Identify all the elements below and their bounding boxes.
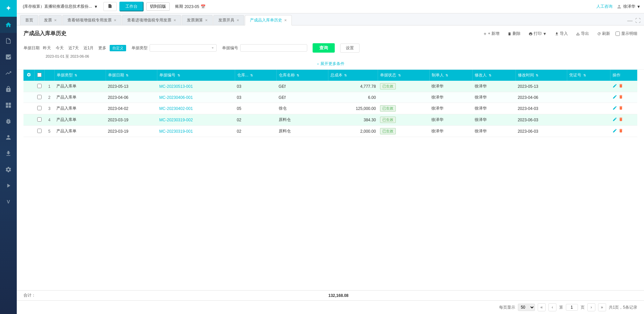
th-total-cost[interactable]: 总成本 ⇅	[328, 70, 378, 81]
tab-purchase-vat[interactable]: 查看进项增值税专用发票 ✕	[122, 15, 181, 25]
row-edit-btn[interactable]	[612, 106, 617, 111]
date-custom[interactable]: 自定义	[110, 45, 126, 51]
th-modifier[interactable]: 修改人 ⇅	[473, 70, 516, 81]
td-checkbox[interactable]	[34, 114, 44, 126]
sidebar-item-lock[interactable]	[0, 81, 17, 97]
row-edit-btn[interactable]	[612, 128, 617, 134]
workspace-btn[interactable]: 工作台	[119, 2, 144, 11]
expand-btn[interactable]: 展开更多条件	[316, 61, 344, 67]
doc-no-link[interactable]: MC-20230319-001	[159, 129, 193, 134]
th-doc-date[interactable]: 单据日期 ⇅	[106, 70, 157, 81]
row-delete-btn[interactable]	[619, 83, 623, 89]
import-btn[interactable]: 导入	[552, 29, 571, 38]
sidebar-item-warehouse[interactable]	[0, 113, 17, 129]
tab-invoice[interactable]: 发票 ✕	[39, 15, 62, 25]
tab-issue-close[interactable]: ✕	[236, 18, 239, 22]
th-modify-time[interactable]: 修改时间 ⇅	[516, 70, 567, 81]
date-more[interactable]: 更多	[97, 45, 108, 52]
td-checkbox[interactable]	[34, 103, 44, 114]
tab-purchase-vat-close[interactable]: ✕	[173, 18, 176, 22]
th-creator[interactable]: 制单人 ⇅	[429, 70, 473, 81]
tab-issue[interactable]: 发票开具 ✕	[213, 15, 244, 25]
date-1month[interactable]: 近1月	[82, 45, 95, 52]
th-voucher-no[interactable]: 凭证号 ⇅	[567, 70, 610, 81]
date-yesterday[interactable]: 昨天	[42, 45, 52, 52]
td-doc-type: 产品入库单	[54, 114, 106, 126]
th-checkbox[interactable]	[34, 70, 44, 81]
page-first-btn[interactable]: «	[538, 303, 546, 311]
td-doc-no[interactable]: MC-20230402-001	[157, 103, 235, 114]
tab-maximize-btn[interactable]: ⛶	[635, 18, 641, 24]
td-checkbox[interactable]	[34, 92, 44, 103]
tab-history[interactable]: 产成品入库单历史 ✕	[245, 15, 292, 25]
tab-history-close[interactable]: ✕	[284, 18, 287, 22]
sidebar-item-chart[interactable]	[0, 49, 17, 65]
docno-input[interactable]	[240, 44, 307, 52]
sidebar-item-analysis[interactable]	[0, 65, 17, 81]
doc-icon-btn[interactable]	[103, 2, 117, 11]
sidebar-item-person[interactable]	[0, 129, 17, 145]
sidebar-item-v[interactable]: V	[0, 194, 17, 210]
th-doc-no[interactable]: 单据编号 ⇅	[157, 70, 235, 81]
td-doc-no[interactable]: MC-20230319-001	[157, 126, 235, 137]
user-chevron[interactable]: ▼	[637, 4, 641, 9]
row-edit-btn[interactable]	[612, 83, 617, 89]
brand-chevron[interactable]: ▼	[94, 4, 98, 9]
td-doc-no[interactable]: MC-20230406-001	[157, 92, 235, 103]
th-warehouse-code[interactable]: 仓库... ⇅	[235, 70, 277, 81]
row-delete-btn[interactable]	[619, 95, 623, 100]
filter-setting-btn[interactable]: 设置	[340, 44, 360, 53]
refresh-btn[interactable]: 刷新	[594, 29, 613, 38]
sidebar-item-home[interactable]	[0, 17, 17, 33]
row-delete-btn[interactable]	[619, 117, 623, 123]
td-checkbox[interactable]	[34, 81, 44, 92]
page-next-btn[interactable]: ›	[587, 303, 595, 311]
doc-no-link[interactable]: MC-20230513-001	[159, 84, 193, 89]
display-toggle[interactable]: 显示明细	[615, 31, 637, 37]
print-btn[interactable]: 打印 ▼	[526, 29, 549, 38]
tab-calc[interactable]: 发票测算 ✕	[182, 15, 213, 25]
display-toggle-checkbox[interactable]	[615, 32, 620, 36]
help-label[interactable]: 人工咨询	[596, 4, 612, 9]
print-chevron[interactable]: ▼	[543, 32, 547, 36]
td-doc-no[interactable]: MC-20230319-002	[157, 114, 235, 126]
doc-no-link[interactable]: MC-20230402-001	[159, 106, 193, 111]
th-doc-type[interactable]: 单据类型 ⇅	[54, 70, 106, 81]
row-delete-btn[interactable]	[619, 106, 623, 111]
sidebar-item-doc[interactable]	[0, 33, 17, 49]
row-edit-btn[interactable]	[612, 117, 617, 123]
new-btn[interactable]: + 新增	[480, 29, 502, 38]
calendar-icon[interactable]: 📅	[201, 4, 206, 9]
td-checkbox[interactable]	[34, 126, 44, 137]
page-input[interactable]	[566, 304, 578, 311]
select-all-checkbox[interactable]	[37, 73, 42, 77]
tab-minimize-btn[interactable]: —	[627, 18, 633, 24]
tab-sales-vat[interactable]: 查看销项增值税专用发票 ✕	[62, 15, 121, 25]
sidebar-item-download[interactable]	[0, 145, 17, 162]
th-settings[interactable]	[23, 70, 34, 81]
delete-btn[interactable]: 删除	[505, 29, 523, 38]
td-doc-no[interactable]: MC-20230513-001	[157, 81, 235, 92]
page-prev-btn[interactable]: ‹	[548, 303, 556, 311]
sidebar-item-settings[interactable]	[0, 162, 17, 178]
page-last-btn[interactable]: »	[598, 303, 606, 311]
doctype-select[interactable]	[150, 44, 217, 52]
tab-sales-vat-close[interactable]: ✕	[114, 18, 116, 22]
tab-calc-close[interactable]: ✕	[205, 18, 208, 22]
query-btn[interactable]: 查询	[313, 43, 335, 53]
doc-no-link[interactable]: MC-20230406-001	[159, 95, 193, 100]
date-7days[interactable]: 近7天	[67, 45, 80, 52]
date-today[interactable]: 今天	[54, 45, 65, 52]
sidebar-item-grid[interactable]	[0, 97, 17, 113]
tab-invoice-close[interactable]: ✕	[54, 18, 57, 22]
export-btn[interactable]: 导出	[573, 29, 592, 38]
page-size-select[interactable]: 50 20 100	[518, 304, 535, 311]
row-delete-btn[interactable]	[619, 128, 623, 134]
switch-btn[interactable]: 切到旧版	[146, 2, 170, 11]
doc-no-link[interactable]: MC-20230319-002	[159, 118, 193, 122]
row-edit-btn[interactable]	[612, 95, 617, 100]
sidebar-item-media[interactable]	[0, 178, 17, 194]
th-doc-status[interactable]: 单据状态 ⇅	[378, 70, 429, 81]
tab-home[interactable]: 首页	[20, 15, 38, 25]
th-warehouse-name[interactable]: 仓库名称 ⇅	[277, 70, 328, 81]
